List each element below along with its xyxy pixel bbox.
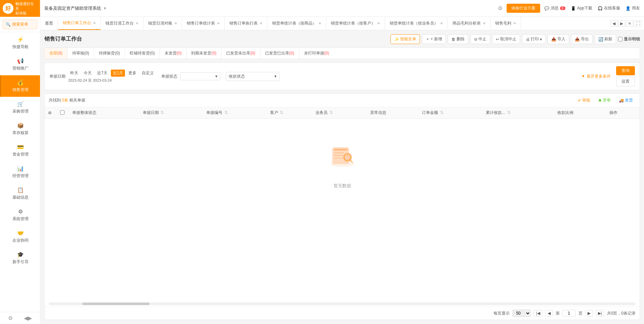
message-button[interactable]: 💬 消息 6 <box>544 5 565 11</box>
tab-close-sales-profit[interactable]: ✕ <box>513 22 516 25</box>
sort-customer-icon[interactable]: ⇅ <box>280 110 283 115</box>
query-button[interactable]: 查询 <box>616 66 635 75</box>
filter-tab-expired-not-shipped[interactable]: 到期未发货(0) <box>186 48 221 59</box>
tab-sales-summary-customer[interactable]: 销货单统计表（按客户） ✕ <box>326 17 385 30</box>
filter-tab-pending-inspect[interactable]: 待择验货(0) <box>94 48 125 59</box>
sidebar-item-guide[interactable]: 🎓 新手引导 <box>0 247 40 269</box>
system-title-dropdown[interactable]: ▾ <box>104 6 106 11</box>
sidebar-item-marketing[interactable]: 📢 营销推广 <box>0 54 40 75</box>
sidebar-item-purchase[interactable]: 🛒 采购管理 <box>0 97 40 118</box>
filter-tab-shipped-not-out[interactable]: 已发货未出库(0) <box>221 48 260 59</box>
tab-close-cash-reconcile[interactable]: ✕ <box>174 22 177 25</box>
tab-close-cash-daily[interactable]: ✕ <box>136 22 138 25</box>
filter-tab-not-shipped[interactable]: 未发货(0) <box>160 48 187 59</box>
sidebar-item-quick-nav[interactable]: ⚡ 快捷导航 <box>0 32 40 54</box>
page-prev-button[interactable]: ◀ <box>545 310 553 317</box>
add-button[interactable]: ＋ + 新增 <box>422 34 446 44</box>
sidebar-search-button[interactable]: 🔍 搜索菜单 <box>3 19 37 29</box>
app-download-button[interactable]: 📱 App下载 <box>571 5 592 11</box>
tab-close-sales-summary-customer[interactable]: ✕ <box>377 22 380 25</box>
tab-margin-analysis[interactable]: 商品毛利分析表 ✕ <box>448 17 490 30</box>
online-service-button[interactable]: 🎧 在线客服 <box>598 5 620 11</box>
tab-close-sales-summary-product[interactable]: ✕ <box>318 22 321 25</box>
tab-scroll-right[interactable]: ▶ <box>618 20 625 27</box>
status-select[interactable]: ▾ <box>180 72 220 80</box>
tab-close-sales-stats[interactable]: ✕ <box>217 22 220 25</box>
sort-staff-icon[interactable]: ⇅ <box>330 110 333 115</box>
show-detail-checkbox[interactable] <box>618 37 622 41</box>
tab-sales-stats[interactable]: 销售订单统计表 ✕ <box>182 17 225 30</box>
total-records-text: 共0页，0条记录 <box>607 311 636 316</box>
filter-tab-shipped-out[interactable]: 已发货已出库(0) <box>260 48 299 59</box>
collapse-footer-button[interactable]: ◀▶ <box>24 315 32 321</box>
filter-tab-pending-review[interactable]: 待审核(0) <box>68 48 94 59</box>
sort-collected-icon[interactable]: ⇅ <box>507 110 511 115</box>
date-option-1month[interactable]: 近1月 <box>111 70 125 77</box>
tab-sales-summary-product[interactable]: 销货单统计表（按商品） ✕ <box>267 17 326 30</box>
sidebar-item-enterprise[interactable]: 🤝 企业协同 <box>0 226 40 247</box>
date-option-today[interactable]: 今天 <box>82 70 94 77</box>
expand-conditions-button[interactable]: ▼ 展开更多条件 <box>581 74 611 79</box>
page-first-button[interactable]: |◀ <box>533 310 542 317</box>
cancel-stop-button[interactable]: ↩ 取消中止 <box>492 34 520 44</box>
topbar-gear-icon[interactable]: ⚙ <box>498 5 503 11</box>
sort-date-icon[interactable]: ⇅ <box>161 110 164 115</box>
sidebar-item-system[interactable]: ⚙ 系统管理 <box>0 204 40 226</box>
sort-number-icon[interactable]: ⇅ <box>224 110 228 115</box>
sidebar-item-sales[interactable]: 💰 销售管理 <box>0 75 40 97</box>
scroll-thumb[interactable] <box>82 302 149 305</box>
table-scroll-container[interactable]: ⚙ 单据整体状态 单据日期 ⇅ <box>45 107 640 301</box>
cancel-review-action-button[interactable]: ✖ 弃审 <box>596 96 613 104</box>
review-action-button[interactable]: ✔ 审核 <box>575 96 593 104</box>
tab-sales-summary-staff[interactable]: 销货单统计表（按业务员） ✕ <box>385 17 448 30</box>
tab-close-sales-exec[interactable]: ✕ <box>260 22 262 25</box>
tab-cash-reconcile[interactable]: 钱货日清对账 ✕ <box>143 17 182 30</box>
tab-maximize[interactable]: ⛶ <box>634 20 642 27</box>
page-number-input[interactable] <box>562 310 576 317</box>
date-option-7days[interactable]: 近7天 <box>95 70 110 77</box>
page-next-button[interactable]: ▶ <box>585 310 593 317</box>
page-last-button[interactable]: ▶| <box>596 310 604 317</box>
smart-create-button[interactable]: ✨ 智能生单 <box>390 34 420 44</box>
date-option-custom[interactable]: 自定义 <box>140 70 156 77</box>
export-button[interactable]: 📤 导出 <box>571 34 593 44</box>
stop-icon: ⊘ <box>474 37 477 42</box>
horizontal-scrollbar[interactable] <box>49 302 636 305</box>
per-page-select[interactable]: 10 20 50 100 <box>512 310 531 317</box>
stop-button[interactable]: ⊘ 中止 <box>470 34 490 44</box>
payment-status-select[interactable]: 收款状态 ▾ <box>226 72 280 81</box>
tab-cash-daily[interactable]: 钱货日清工作台 ✕ <box>101 17 143 30</box>
tab-sales-exec[interactable]: 销售订单执行表 ✕ <box>225 17 267 30</box>
filter-tab-not-printed[interactable]: 未打印单据(0) <box>299 48 334 59</box>
tab-home[interactable]: 首页 <box>40 17 58 30</box>
sidebar-item-basic[interactable]: 📋 基础信息 <box>0 183 40 204</box>
ship-action-button[interactable]: 🚚 发货 <box>616 96 636 104</box>
show-detail-checkbox-label[interactable]: 显示明细 <box>618 36 640 42</box>
tab-close-sales-summary-staff[interactable]: ✕ <box>440 22 443 25</box>
sort-amount-icon[interactable]: ⇅ <box>440 110 443 115</box>
filter-tab-all[interactable]: 全部(0) <box>45 48 68 59</box>
delete-button[interactable]: 🗑 删除 <box>448 34 468 44</box>
tab-scroll-left[interactable]: ◀ <box>610 20 617 27</box>
select-all-checkbox[interactable] <box>60 110 65 115</box>
empty-icon <box>326 139 359 179</box>
tab-sales-workbench[interactable]: 销售订单工作台 ✕ <box>58 17 101 30</box>
date-option-more[interactable]: 更多 <box>126 70 138 77</box>
tab-sales-profit[interactable]: 销售毛利 ✕ <box>490 17 521 30</box>
print-button[interactable]: 🖨 打印 ▾ <box>522 34 546 44</box>
date-option-yesterday[interactable]: 昨天 <box>68 70 80 77</box>
column-settings-icon[interactable]: ⚙ <box>48 111 52 115</box>
import-button[interactable]: 📥 导入 <box>548 34 569 44</box>
sidebar-item-inventory[interactable]: 📦 库存核算 <box>0 118 40 140</box>
sidebar-item-finance[interactable]: 💳 资金管理 <box>0 140 40 161</box>
setting-button[interactable]: 设置 <box>616 77 635 86</box>
tab-close-all[interactable]: ✕ <box>626 20 633 27</box>
filter-tab-wangpu[interactable]: 旺铺待发货(0) <box>125 48 160 59</box>
tab-close-margin-analysis[interactable]: ✕ <box>483 22 485 25</box>
tab-close-sales-workbench[interactable]: ✕ <box>93 21 96 25</box>
settings-footer-button[interactable]: ⚙ <box>8 315 13 321</box>
industry-solution-button[interactable]: 体验行业方案 <box>507 4 540 13</box>
user-menu-button[interactable]: 👤 用友 <box>626 5 640 11</box>
refresh-button[interactable]: 🔄 刷新 <box>595 34 616 44</box>
sidebar-item-operations[interactable]: 📊 经营管理 <box>0 161 40 183</box>
